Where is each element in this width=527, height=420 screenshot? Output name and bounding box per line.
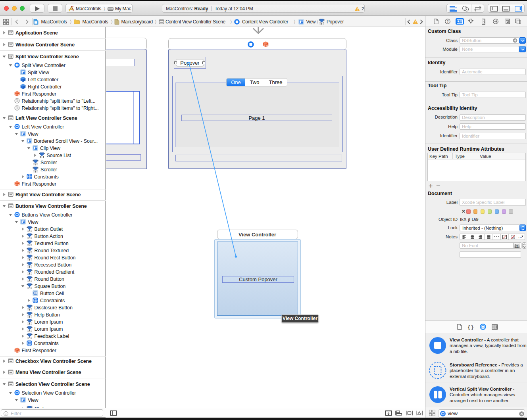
svg-text:?: ? [446, 19, 448, 23]
svg-text:1: 1 [266, 45, 267, 47]
svg-text:T: T [516, 244, 518, 247]
